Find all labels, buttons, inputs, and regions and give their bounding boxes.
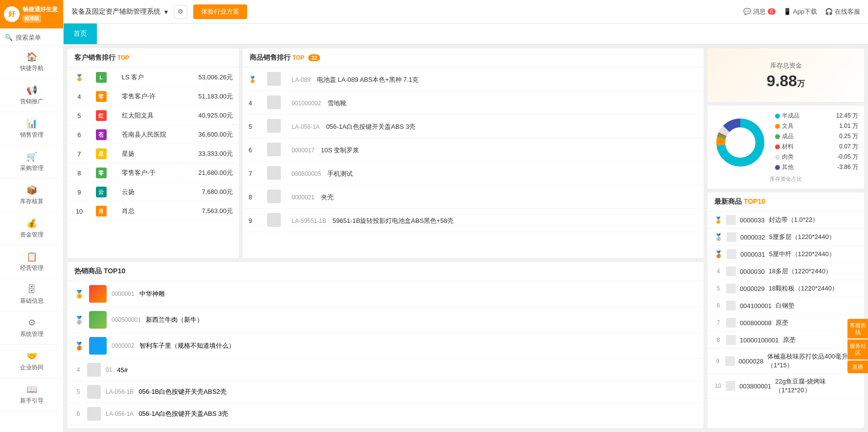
avatar-cell: 苍 [91, 126, 116, 144]
rank-cell: 7 [244, 163, 261, 185]
sidebar-item-system[interactable]: ⚙ 系统管理 [0, 312, 63, 345]
product-image [267, 213, 281, 227]
legend-dot [775, 165, 780, 170]
product-thumbnail [87, 407, 101, 421]
product-name: 22g鱼豆腐-烧烤味（1*12*20） [775, 377, 857, 395]
product-name: 封边带（1.0*22） [769, 216, 819, 224]
rank-cell: 9 [69, 183, 90, 201]
live-btn[interactable]: 直播 [847, 360, 868, 373]
sidebar-item-guide[interactable]: 📖 新手引导 [0, 378, 63, 411]
sidebar-item-sales[interactable]: 📊 销售管理 [0, 112, 63, 145]
sidebar-nav: 🏠 快捷导航 📢 营销推广 📊 销售管理 🛒 采购管理 📦 库存核算 💰 资金管… [0, 46, 63, 432]
sidebar-item-basics[interactable]: 🗄 基础信息 [0, 279, 63, 312]
search-label: 搜索菜单 [16, 33, 41, 42]
sidebar-item-operations[interactable]: 📋 经营管理 [0, 245, 63, 279]
rank-cell: 7 [69, 145, 90, 163]
customer-ranking-top: TOP [117, 54, 129, 61]
search-menu[interactable]: 🔍 搜索菜单 [0, 28, 63, 46]
system-selector[interactable]: 装备及固定资产辅助管理系统 ▾ [71, 7, 168, 16]
rank-number: 6 [714, 302, 722, 309]
product-ranking-header: 商品销售排行 TOP 22 [243, 48, 704, 68]
inventory-total-label: 库存总资金 [770, 62, 802, 69]
product-code: 0000032 [740, 234, 765, 241]
customer-ranking-panel: 客户销售排行 TOP 🏅 L LS 客户 53,006.26元 [68, 48, 239, 258]
product-name: 18颗粒板（1220*2440） [769, 284, 838, 293]
legend-value: 0.25 万 [839, 132, 858, 141]
experience-btn[interactable]: 体验行业方案 [193, 4, 247, 19]
avatar: 云 [96, 187, 107, 197]
product-img-cell [262, 92, 286, 115]
phone-icon: 📱 [783, 8, 791, 15]
product-code: LA-089 [292, 76, 311, 83]
product-thumbnail [726, 381, 735, 391]
list-item: 🥈 000500001 新西兰牛肉（新牛） [68, 307, 704, 333]
customer-table: 🏅 L LS 客户 53,006.26元 4 零 零售客户-许 51,183. [68, 68, 239, 221]
legend-label: 肉类 [782, 153, 794, 161]
donut-chart-panel: 半成品 12.45 万 文具 1.01 万 [708, 106, 864, 189]
product-code: 0000021 [292, 194, 315, 201]
top-bar: 装备及固定资产辅助管理系统 ▾ ⚙ 体验行业方案 💬 消息 6 📱 App下载 … [64, 0, 868, 24]
table-row: 7 星 星扬 33,333.00元 [69, 145, 238, 163]
legend-label: 其他 [782, 163, 794, 171]
inventory-card: 库存总资金 9.88万 [708, 48, 864, 102]
sidebar-item-finance[interactable]: 💰 资金管理 [0, 212, 63, 245]
sidebar-logo: 好 畅捷通好生意 标准版 [0, 0, 63, 28]
legend-value: 1.01 万 [839, 122, 858, 130]
legend-list: 半成品 12.45 万 文具 1.01 万 [775, 112, 858, 173]
left-section: 客户销售排行 TOP 🏅 L LS 客户 53,006.26元 [68, 48, 704, 428]
legend-dot [775, 144, 780, 149]
table-row: 5 红 红太阳文具 40,925.00元 [69, 107, 238, 125]
inventory-total-value: 9.88万 [723, 72, 848, 90]
sidebar-item-enterprise[interactable]: 🤝 企业协同 [0, 345, 63, 378]
legend-value: 12.45 万 [836, 112, 858, 120]
product-name: 雪地靴 [327, 99, 346, 107]
product-name: 手机测试 [327, 170, 353, 177]
operations-icon: 📋 [26, 251, 37, 262]
service-community-btn[interactable]: 服务社区 [847, 339, 868, 360]
customer-amount: 7,680.00元 [184, 183, 238, 201]
logo-icon: 好 [4, 6, 20, 22]
app-download-btn[interactable]: 📱 App下载 [783, 7, 817, 16]
legend-label: 成品 [782, 132, 794, 141]
bronze-medal-icon: 🥉 [714, 250, 723, 258]
rank-cell: 4 [69, 88, 90, 106]
online-service-btn[interactable]: 🎧 在线客服 [825, 7, 860, 16]
avatar: 零 [96, 91, 107, 102]
customer-service-btn[interactable]: 客服热线 [847, 319, 868, 339]
avatar: 苍 [96, 129, 107, 140]
purchase-icon: 🛒 [26, 151, 37, 162]
product-name: 原垄 [776, 318, 788, 327]
list-item: 4 01 45# [68, 359, 704, 381]
home-tab[interactable]: 首页 [64, 24, 97, 44]
float-service: 客服热线 服务社区 直播 [847, 319, 868, 373]
product-name: 5厘多层（1220*2440） [769, 233, 835, 241]
avatar: 红 [96, 110, 107, 121]
legend-dot [775, 155, 780, 160]
table-row: 7 000800005 手机测试 [244, 163, 703, 185]
list-item: 4 0000030 18多层（1220*2440） [708, 263, 864, 280]
product-name: 白钢垫 [776, 301, 795, 310]
sidebar-item-marketing[interactable]: 📢 营销推广 [0, 79, 63, 112]
messages-btn[interactable]: 💬 消息 6 [743, 7, 776, 16]
product-name: 智利车子里（规格不知道填什么） [139, 341, 235, 350]
sidebar-item-shortcuts[interactable]: 🏠 快捷导航 [0, 46, 63, 79]
list-item: 5 0000029 18颗粒板（1220*2440） [708, 280, 864, 297]
product-name: 原垄 [783, 336, 796, 344]
rank-cell: 8 [69, 164, 90, 182]
rank-cell: 🏅 [244, 69, 261, 91]
product-name: 18多层（1220*2440） [769, 267, 832, 276]
rank-cell: 4 [244, 92, 261, 115]
finance-icon: 💰 [26, 218, 37, 229]
product-thumbnail [726, 335, 736, 345]
product-image [267, 166, 281, 180]
sidebar-item-inventory[interactable]: 📦 库存核算 [0, 179, 63, 212]
gear-button[interactable]: ⚙ [174, 5, 187, 19]
product-thumbnail [726, 284, 736, 293]
product-info: LA-056-1A 056-1A白色按键开关盖ABS 3壳 [287, 116, 703, 138]
product-thumbnail [87, 363, 101, 377]
product-code: LA-056-1A [292, 123, 320, 130]
product-table: 🏅 LA-089 电池盖 LA-089 ABS本色+黑种 7.1克 4 0010… [243, 68, 704, 233]
product-code: 0000001 [112, 290, 135, 297]
rank-cell: 6 [69, 126, 90, 144]
sidebar-item-purchase[interactable]: 🛒 采购管理 [0, 145, 63, 179]
